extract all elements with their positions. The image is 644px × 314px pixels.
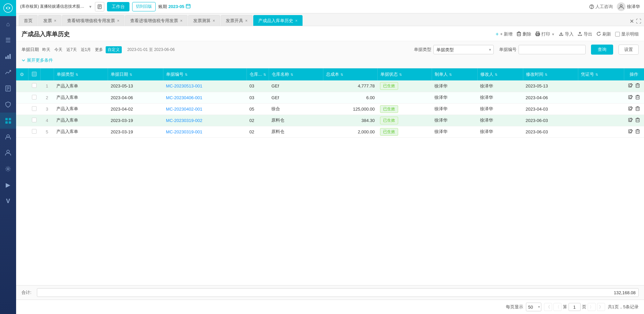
- doc-number-link[interactable]: MC-20230513-001: [166, 83, 202, 88]
- sidebar-grid[interactable]: [0, 113, 16, 129]
- sidebar-stamp[interactable]: [0, 129, 16, 145]
- doc-number-link[interactable]: MC-20230406-001: [166, 95, 202, 100]
- tab-sales-invoice[interactable]: 查看销项增值税专用发票 ×: [62, 15, 124, 26]
- th-status[interactable]: 单据状态⇅: [377, 68, 432, 80]
- td-checkbox[interactable]: [28, 92, 40, 103]
- th-total-cost[interactable]: 总成本⇅: [323, 68, 377, 80]
- tab-invoice-open[interactable]: 发票开具 ×: [221, 15, 253, 26]
- help-btn[interactable]: 人工咨询: [589, 4, 613, 10]
- sidebar-play[interactable]: ▶: [0, 177, 16, 193]
- expand-filter-btn[interactable]: 展开更多条件: [21, 56, 53, 65]
- number-input[interactable]: [519, 45, 586, 54]
- row-checkbox[interactable]: [32, 83, 37, 88]
- tab-purchase-invoice[interactable]: 查看进项增值税专用发票 ×: [125, 15, 187, 26]
- date-custom[interactable]: 自定义: [106, 46, 122, 53]
- row-edit-btn[interactable]: [628, 95, 634, 101]
- date-yesterday[interactable]: 昨天: [41, 46, 52, 53]
- type-select[interactable]: 单据类型: [433, 45, 494, 54]
- tab-close-all-btn[interactable]: ✕: [630, 18, 634, 24]
- page-first-btn[interactable]: 《: [544, 303, 552, 311]
- page-last-btn[interactable]: 》: [597, 303, 605, 311]
- page-number-input[interactable]: 1: [569, 303, 581, 311]
- delete-button[interactable]: 删除: [517, 31, 531, 37]
- doc-number-link[interactable]: MC-20230319-002: [166, 118, 202, 123]
- doc-number-link[interactable]: MC-20230402-001: [166, 107, 202, 112]
- td-checkbox[interactable]: [28, 126, 40, 137]
- app-logo[interactable]: [0, 0, 16, 16]
- sidebar-analytics[interactable]: [0, 64, 16, 80]
- tab-sales-invoice-close[interactable]: ×: [117, 18, 119, 23]
- td-checkbox[interactable]: [28, 115, 40, 126]
- company-selector[interactable]: (库存核算) 直播轻娱通信息技术股份... ▼: [20, 4, 92, 9]
- row-delete-btn[interactable]: [636, 129, 640, 135]
- td-number[interactable]: MC-20230402-001: [163, 103, 247, 115]
- th-creator[interactable]: 制单人⇅: [432, 68, 477, 80]
- row-edit-btn[interactable]: [628, 129, 634, 135]
- workbench-button[interactable]: 工作台: [107, 2, 129, 11]
- td-number[interactable]: MC-20230513-001: [163, 80, 247, 92]
- import-button[interactable]: 导入: [559, 31, 574, 37]
- sidebar-version[interactable]: V: [0, 193, 16, 209]
- th-settings[interactable]: ⚙: [16, 68, 28, 80]
- th-type[interactable]: 单据类型⇅: [54, 68, 108, 80]
- th-warehouse-name[interactable]: 仓库名称⇅: [269, 68, 323, 80]
- doc-number-link[interactable]: MC-20230319-001: [166, 129, 202, 134]
- row-checkbox[interactable]: [32, 118, 37, 122]
- row-checkbox[interactable]: [32, 95, 37, 100]
- tab-inventory-history[interactable]: 产成品入库单历史 ×: [253, 15, 303, 26]
- print-button[interactable]: 打印 ▼: [535, 31, 555, 37]
- td-checkbox[interactable]: [28, 103, 40, 115]
- td-number[interactable]: MC-20230406-001: [163, 92, 247, 103]
- date-7days[interactable]: 近7天: [65, 46, 78, 53]
- th-modify-time[interactable]: 修改时间⇅: [523, 68, 578, 80]
- settings-gear-icon[interactable]: ⚙: [20, 72, 24, 77]
- th-checkbox[interactable]: [28, 68, 40, 80]
- row-delete-btn[interactable]: [636, 83, 640, 89]
- th-date[interactable]: 单据日期⇅: [108, 68, 163, 80]
- tab-home[interactable]: 首页: [19, 15, 38, 26]
- switch-version-button[interactable]: 切到旧版: [132, 2, 156, 11]
- sidebar-chart[interactable]: [0, 48, 16, 64]
- tab-invoice[interactable]: 发票 ×: [38, 15, 61, 26]
- display-toggle-checkbox[interactable]: [615, 32, 620, 37]
- user-menu[interactable]: 徐泽华: [617, 2, 640, 11]
- th-voucher[interactable]: 凭证号⇅: [578, 68, 624, 80]
- new-button[interactable]: + + 新增: [496, 31, 513, 37]
- row-delete-btn[interactable]: [636, 107, 640, 112]
- tab-invoice-calc-close[interactable]: ×: [213, 18, 215, 23]
- select-all-checkbox[interactable]: [32, 72, 37, 76]
- sidebar-settings[interactable]: [0, 161, 16, 177]
- tab-expand-btn[interactable]: ⛶: [636, 18, 641, 24]
- td-number[interactable]: MC-20230319-001: [163, 126, 247, 137]
- query-button[interactable]: 查询: [591, 45, 613, 55]
- page-next-btn[interactable]: 〉: [588, 303, 596, 311]
- tab-invoice-close[interactable]: ×: [54, 18, 56, 23]
- display-toggle[interactable]: 显示明细: [615, 31, 639, 37]
- set-button[interactable]: 设置: [619, 45, 639, 55]
- date-1month[interactable]: 近1月: [79, 46, 93, 53]
- row-edit-btn[interactable]: [628, 118, 634, 123]
- sidebar-security[interactable]: [0, 97, 16, 113]
- row-delete-btn[interactable]: [636, 118, 640, 123]
- row-checkbox[interactable]: [32, 106, 37, 111]
- th-modifier[interactable]: 修改人⇅: [477, 68, 523, 80]
- sidebar-home[interactable]: ⌂: [0, 16, 16, 32]
- page-size-select[interactable]: 50 100: [526, 303, 541, 311]
- date-today[interactable]: 今天: [53, 46, 64, 53]
- tab-purchase-invoice-close[interactable]: ×: [180, 18, 182, 23]
- td-checkbox[interactable]: [28, 80, 40, 92]
- th-warehouse-code[interactable]: 仓库...⇅: [247, 68, 269, 80]
- date-more[interactable]: 更多: [94, 46, 104, 53]
- page-prev-btn[interactable]: 〈: [553, 303, 561, 311]
- sidebar-invoice[interactable]: [0, 80, 16, 97]
- row-edit-btn[interactable]: [628, 83, 634, 89]
- sidebar-docs[interactable]: ☰: [0, 32, 16, 48]
- doc-btn[interactable]: [95, 2, 104, 11]
- company-dropdown-icon[interactable]: ▼: [89, 5, 92, 9]
- td-number[interactable]: MC-20230319-002: [163, 115, 247, 126]
- row-edit-btn[interactable]: [628, 107, 634, 112]
- tab-invoice-open-close[interactable]: ×: [245, 18, 248, 23]
- sidebar-person[interactable]: [0, 145, 16, 161]
- th-number[interactable]: 单据编号⇅: [163, 68, 247, 80]
- tab-inventory-history-close[interactable]: ×: [295, 18, 298, 23]
